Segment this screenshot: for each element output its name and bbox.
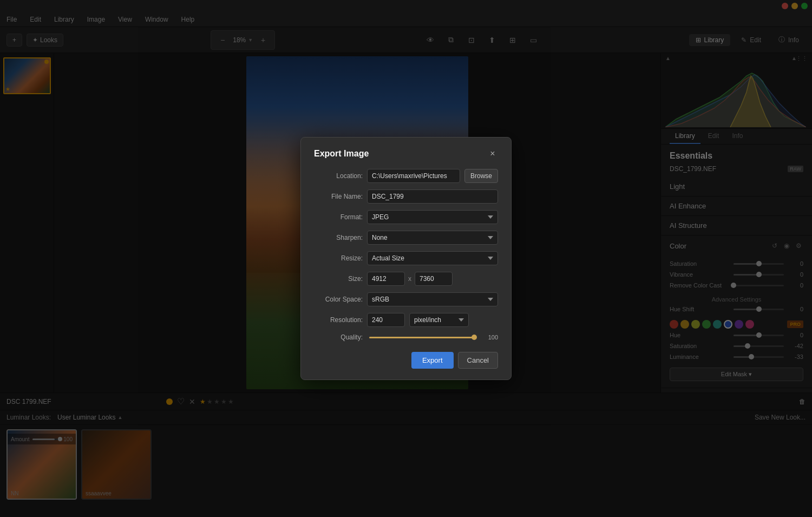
resolution-label: Resolution: bbox=[314, 316, 363, 324]
location-input[interactable] bbox=[367, 169, 460, 183]
browse-button[interactable]: Browse bbox=[464, 169, 498, 183]
cancel-button[interactable]: Cancel bbox=[458, 352, 498, 369]
modal-overlay: Export Image × Location: Browse File Nam… bbox=[54, 53, 660, 392]
resize-select[interactable]: Actual Size Width Height bbox=[367, 251, 498, 265]
dialog-footer: Export Cancel bbox=[314, 352, 498, 369]
size-width-input[interactable] bbox=[367, 272, 405, 286]
filename-row: File Name: bbox=[314, 189, 498, 204]
size-height-input[interactable] bbox=[415, 272, 453, 286]
quality-value: 100 bbox=[483, 334, 498, 341]
dialog-title: Export Image bbox=[314, 149, 369, 159]
size-label: Size: bbox=[314, 275, 363, 283]
resize-label: Resize: bbox=[314, 254, 363, 262]
location-label: Location: bbox=[314, 172, 363, 180]
resolution-unit-select[interactable]: pixel/inch pixel/cm bbox=[409, 313, 469, 327]
format-select[interactable]: JPEG TIFF PNG bbox=[367, 210, 498, 224]
colorspace-label: Color Space: bbox=[314, 296, 363, 303]
dialog-close-button[interactable]: × bbox=[487, 148, 498, 159]
export-button[interactable]: Export bbox=[411, 352, 454, 369]
resolution-row: Resolution: pixel/inch pixel/cm bbox=[314, 313, 498, 327]
size-inputs: x bbox=[367, 272, 498, 286]
quality-slider[interactable] bbox=[369, 337, 476, 338]
location-row: Location: Browse bbox=[314, 169, 498, 183]
format-row: Format: JPEG TIFF PNG bbox=[314, 210, 498, 224]
export-dialog: Export Image × Location: Browse File Nam… bbox=[300, 137, 512, 380]
sharpen-label: Sharpen: bbox=[314, 234, 363, 241]
dialog-header: Export Image × bbox=[314, 148, 498, 159]
colorspace-select[interactable]: sRGB Adobe RGB bbox=[367, 292, 498, 306]
resolution-input[interactable] bbox=[367, 313, 405, 327]
size-separator: x bbox=[408, 275, 411, 283]
canvas-area: Export Image × Location: Browse File Nam… bbox=[54, 53, 660, 392]
quality-label: Quality: bbox=[314, 333, 363, 341]
sharpen-select[interactable]: None Screen Glossy Paper Matte Paper bbox=[367, 231, 498, 245]
colorspace-row: Color Space: sRGB Adobe RGB bbox=[314, 292, 498, 306]
sharpen-row: Sharpen: None Screen Glossy Paper Matte … bbox=[314, 231, 498, 245]
filename-label: File Name: bbox=[314, 193, 363, 200]
filename-input[interactable] bbox=[367, 189, 498, 204]
format-label: Format: bbox=[314, 213, 363, 221]
quality-row: Quality: 100 bbox=[314, 333, 498, 341]
main-area: ★ Export Image × Location: Browse bbox=[0, 53, 812, 392]
resize-row: Resize: Actual Size Width Height bbox=[314, 251, 498, 265]
size-row: Size: x bbox=[314, 272, 498, 286]
